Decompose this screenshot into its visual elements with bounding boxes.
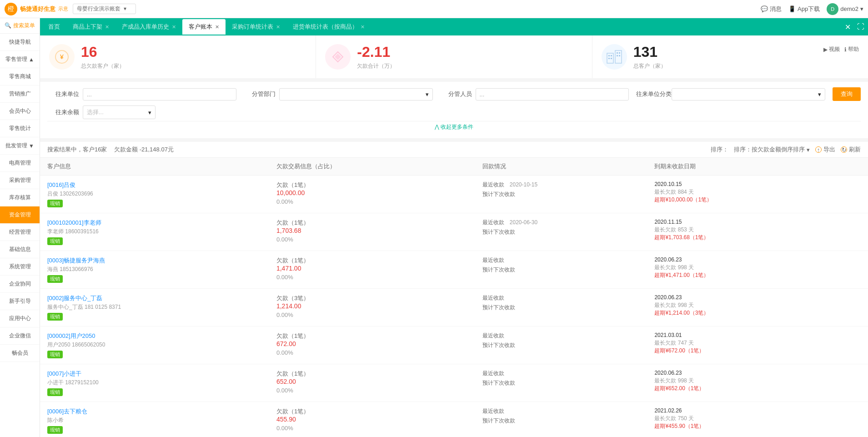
customer-phone: 陈小希: [47, 417, 276, 424]
debt-amount: 1,471.00: [276, 265, 483, 272]
tab-production-history[interactable]: 产成品入库单历史 ✕: [115, 19, 182, 35]
due-date: 2020.06.23: [654, 294, 861, 301]
due-date: 2020.10.15: [654, 181, 861, 187]
customer-name-link[interactable]: [0006]去下粮仓: [47, 408, 87, 415]
sidebar-item-operation[interactable]: 经营管理: [0, 224, 40, 241]
next-collection-label: 预计下次收款: [482, 266, 515, 273]
sidebar-item-retail-mgmt[interactable]: 零售管理 ▲: [0, 51, 40, 68]
search-button[interactable]: 查询: [833, 87, 861, 101]
collection-cell: 最近收款 预计下次收款: [482, 407, 654, 434]
filter-select-balance[interactable]: 选择... ▾: [83, 105, 156, 119]
debt-info-cell: 欠款（1笔） 1,471.00 0.00%: [276, 256, 483, 283]
filter-input-person[interactable]: ...: [476, 88, 629, 100]
sidebar-item-apps[interactable]: 应用中心: [0, 310, 40, 327]
message-btn[interactable]: 💬 消息: [761, 5, 782, 13]
sort-select[interactable]: 排序：按欠款金额倒序排序 ▾: [734, 146, 810, 154]
tab-home[interactable]: 首页: [42, 19, 66, 35]
sidebar-item-fast-nav[interactable]: 快捷导航: [0, 34, 40, 51]
tab-purchase-stats[interactable]: 采购订单统计表 ✕: [226, 19, 286, 35]
svg-rect-13: [619, 55, 620, 56]
customer-name-link[interactable]: [0003]畅捷服务尹海燕: [47, 257, 105, 264]
table-row: [0003]畅捷服务尹海燕 海燕 18513066976 现销 欠款（1笔） 1…: [40, 251, 868, 289]
overdue-days: 最长欠款 747 天: [654, 339, 861, 347]
overdue-amount-link[interactable]: 超期¥1,703.68（1笔）: [654, 234, 709, 241]
sidebar-item-vip[interactable]: 畅会员: [0, 345, 40, 362]
tab-close-all-icon[interactable]: ✕: [843, 23, 853, 31]
customer-tag: 现销: [47, 388, 63, 396]
refresh-btn[interactable]: ↻ 刷新: [841, 146, 861, 154]
customer-name-link[interactable]: [0007]小进干: [47, 370, 81, 377]
store-selector[interactable]: 母婴行业演示账套 ▾: [73, 4, 136, 14]
customer-name-link[interactable]: [0016]吕俊: [47, 181, 75, 188]
table-row: [0016]吕俊 吕俊 13026203696 现销 欠款（1笔） 10,000…: [40, 176, 868, 213]
chevron-down-icon: ▾: [860, 5, 863, 12]
debt-total-label: 欠款合计（万）: [357, 62, 395, 70]
sidebar-search[interactable]: 🔍 搜索菜单: [0, 18, 40, 34]
top-bar-left: 橙 畅捷通好生意 示意 母婴行业演示账套 ▾: [5, 3, 136, 15]
filter-select-dept[interactable]: ▾: [279, 88, 433, 100]
debt-percent: 0.00%: [276, 425, 483, 432]
debt-percent: 0.00%: [276, 349, 483, 356]
customer-name-link[interactable]: [000002]用户2050: [47, 332, 95, 339]
overdue-days: 最长欠款 998 天: [654, 377, 861, 385]
overdue-amount-link[interactable]: 超期¥10,000.00（1笔）: [654, 196, 712, 203]
help-btn[interactable]: ℹ 帮助: [844, 45, 859, 53]
overdue-amount-link[interactable]: 超期¥1,214.00（3笔）: [654, 310, 709, 316]
sidebar-item-enterprise[interactable]: 企业协同: [0, 276, 40, 293]
overdue-amount-link[interactable]: 超期¥1,471.00（1笔）: [654, 272, 709, 278]
debt-count: 欠款（1笔）: [276, 407, 483, 416]
export-btn[interactable]: ↑ 导出: [815, 146, 835, 154]
table-row: [0002]服务中心_丁磊 服务中心_丁磊 181 0125 8371 现销 欠…: [40, 289, 868, 326]
next-collection-label: 预计下次收款: [482, 229, 515, 235]
sidebar-item-ecommerce[interactable]: 电商管理: [0, 155, 40, 172]
customer-info-cell: [0007]小进干 小进干 18279152100 现销: [47, 370, 276, 396]
filter-label-category: 往来单位分类: [636, 90, 668, 98]
last-collection-label: 最近收款: [482, 181, 504, 188]
close-icon[interactable]: ✕: [361, 24, 365, 30]
close-icon[interactable]: ✕: [276, 24, 280, 30]
customer-name-link[interactable]: [0001020001]李老师: [47, 219, 101, 226]
overdue-amount-link[interactable]: 超期¥455.90（1笔）: [654, 423, 704, 429]
sidebar-item-purchase[interactable]: 采购管理: [0, 172, 40, 189]
sidebar-item-basic[interactable]: 基础信息: [0, 241, 40, 258]
sidebar-item-system[interactable]: 系统管理: [0, 258, 40, 276]
last-collection-label: 最近收款: [482, 408, 504, 414]
tab-customer-ledger[interactable]: 客户账本 ✕: [182, 19, 226, 35]
filter-select-category[interactable]: ▾: [672, 88, 825, 100]
sidebar-item-member[interactable]: 会员中心: [0, 103, 40, 120]
chevron-down-icon: ▾: [807, 146, 810, 153]
debt-percent: 0.00%: [276, 198, 483, 205]
close-icon[interactable]: ✕: [105, 24, 109, 30]
app-download-label: App下载: [798, 5, 820, 13]
due-date: 2021.02.26: [654, 407, 861, 414]
overdue-amount-link[interactable]: 超期¥652.00（1笔）: [654, 385, 704, 392]
sidebar-item-marketing[interactable]: 营销推广: [0, 85, 40, 103]
overdue-amount-link[interactable]: 超期¥672.00（1笔）: [654, 347, 704, 354]
filter-input-unit[interactable]: ...: [83, 88, 236, 100]
collection-cell: 最近收款 2020-10-15 预计下次收款: [482, 181, 654, 207]
app-download-btn[interactable]: 📱 App下载: [788, 5, 820, 13]
sidebar-item-wholesale[interactable]: 批发管理 ▼: [0, 137, 40, 155]
sidebar-item-retail-mall[interactable]: 零售商城: [0, 68, 40, 85]
sidebar-item-finance[interactable]: 资金管理: [0, 206, 40, 224]
close-icon[interactable]: ✕: [215, 24, 219, 30]
sidebar-item-inventory[interactable]: 库存核算: [0, 189, 40, 206]
card-main-3: 131 总客户（家）: [633, 44, 666, 70]
video-btn[interactable]: ▶ 视频: [823, 45, 840, 53]
debt-count: 欠款（1笔）: [276, 370, 483, 378]
summary-card-total-customers: 131 总客户（家） ▶ 视频 ℹ 帮助: [592, 35, 868, 78]
tab-product-listing[interactable]: 商品上下架 ✕: [66, 19, 115, 35]
user-menu[interactable]: D demo2 ▾: [827, 3, 863, 15]
sidebar-item-retail-stats[interactable]: 零售统计: [0, 120, 40, 137]
collapse-btn[interactable]: ⋀ 收起更多条件: [47, 121, 861, 133]
tab-maximize-icon[interactable]: ⛶: [855, 23, 866, 31]
close-icon[interactable]: ✕: [172, 24, 176, 30]
sidebar-item-wechat[interactable]: 企业微信: [0, 327, 40, 345]
tab-goods-stats[interactable]: 进货单统计表（按商品） ✕: [286, 19, 371, 35]
customer-tag: 现销: [47, 351, 63, 358]
card-icon-building: [602, 44, 627, 70]
store-name: 母婴行业演示账套: [77, 5, 120, 12]
customer-name-link[interactable]: [0002]服务中心_丁磊: [47, 295, 102, 301]
sidebar-item-newbie[interactable]: 新手引导: [0, 293, 40, 310]
main-layout: 🔍 搜索菜单 快捷导航 零售管理 ▲ 零售商城 营销推广 会员中心 零售统计 批…: [0, 18, 868, 437]
